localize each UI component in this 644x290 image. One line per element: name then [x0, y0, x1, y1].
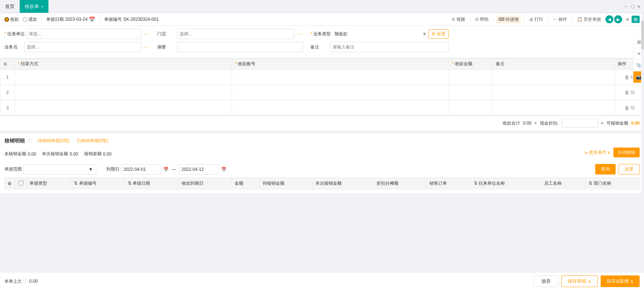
minimize-icon[interactable]: －: [623, 3, 628, 10]
summary-label: 摘要: [157, 44, 176, 50]
tab-home[interactable]: 首页: [0, 0, 20, 13]
row-1-delete-icon[interactable]: 🗑: [624, 74, 629, 80]
row-num-3: 3: [0, 100, 15, 115]
row-1-account[interactable]: [232, 70, 449, 85]
row-2-delete-icon[interactable]: 🗑: [624, 89, 629, 95]
layout-list-icon[interactable]: ≡: [624, 16, 631, 23]
col-settle-header: 结算方式: [15, 59, 232, 70]
date-calendar-icon[interactable]: 📅: [89, 16, 95, 22]
video-icon: ⊙: [452, 17, 455, 22]
partner-input[interactable]: [26, 29, 141, 39]
row-3-copy-icon[interactable]: ⧉: [631, 105, 635, 111]
staff-more-btn[interactable]: ···: [143, 44, 150, 50]
shop-more-btn[interactable]: ···: [296, 31, 303, 37]
sub-gear-icon[interactable]: ⚙: [8, 181, 12, 186]
print-btn[interactable]: 🖨 打印: [527, 16, 545, 23]
refund-radio[interactable]: 退款: [23, 16, 37, 23]
row-1-note[interactable]: [493, 70, 615, 85]
video-btn[interactable]: ⊙ 视频: [449, 16, 467, 23]
layout-grid-icon[interactable]: ⊞: [632, 16, 640, 23]
due-from-input[interactable]: 2022-04-01: [121, 164, 161, 175]
tab-receipt[interactable]: 收款单 ×: [20, 0, 48, 13]
query-btn[interactable]: 查询: [595, 164, 616, 175]
row-3-account[interactable]: [232, 100, 449, 115]
history-label: 历史单据: [584, 16, 601, 23]
row-3-amount[interactable]: [449, 100, 493, 115]
sub-col-current: 本次核销金额: [312, 178, 373, 189]
summary-input[interactable]: [177, 42, 303, 52]
video-label: 视频: [456, 16, 465, 23]
select-all-checkbox[interactable]: [19, 181, 23, 185]
due-to-input[interactable]: 2022-04-12: [179, 164, 219, 175]
doc-no-value: SK-20230324-001: [123, 17, 158, 22]
divider-1: [42, 16, 42, 23]
shop-field: 门店 ···: [157, 29, 303, 39]
available-value: 0.00: [631, 121, 640, 126]
doc-no-label: 单据编号: [104, 16, 122, 23]
chevron-up-icon: ∧: [607, 150, 610, 155]
main-toolbar: 收款 退款 单据日期 2023-03-24 📅 单据编号 SK-20230324…: [0, 13, 644, 26]
row-1-settle[interactable]: [15, 70, 232, 85]
type-value: 预收款: [332, 29, 421, 39]
date-value: 2023-03-24: [65, 17, 87, 22]
divider-2: [99, 16, 100, 23]
row-2-settle[interactable]: [15, 85, 232, 100]
cal-to-icon[interactable]: 📅: [221, 167, 227, 172]
row-3-note[interactable]: [493, 100, 615, 115]
prev-arrow[interactable]: ◀: [605, 15, 613, 23]
range-chevron-icon: ▼: [89, 167, 93, 172]
summary-row: 收款合计 0.00 + 现金折扣: = 可核销金额 0.00: [0, 115, 644, 130]
more-conditions-btn[interactable]: ⊳ 更多条件 ∧: [585, 149, 610, 156]
print-icon: 🖨: [529, 17, 533, 22]
verify-set-btn[interactable]: 设置: [619, 164, 640, 175]
current-value: 0.00: [70, 152, 78, 157]
filter-row: 单据范围 ▼ 到期日 2022-04-01 📅 — 2022-04-12 📅 查…: [4, 164, 640, 175]
row-2-copy-icon[interactable]: ⧉: [631, 89, 635, 95]
note-input[interactable]: [330, 42, 449, 52]
row-2-account[interactable]: [232, 85, 449, 100]
verify-toolbar: ⊳ 更多条件 ∧ 自动核销: [585, 148, 640, 157]
row-3-delete-icon[interactable]: 🗑: [624, 105, 629, 111]
auto-verify-btn[interactable]: 自动核销: [613, 148, 640, 157]
maximize-icon[interactable]: □: [631, 4, 634, 9]
help-btn[interactable]: ⊙ 帮助: [473, 16, 491, 23]
sub-col-date: ⇅ 单据日期: [125, 178, 179, 189]
verify-info-icon[interactable]: ⓘ: [28, 138, 32, 144]
row-2-amount[interactable]: [449, 85, 493, 100]
unrealized-stat: 未核销金额 0.00: [4, 151, 36, 157]
col-amount-header: 收款金额: [449, 59, 493, 70]
history-icon: 📋: [577, 17, 582, 22]
setting-btn[interactable]: ⚙ 设置: [428, 30, 449, 39]
range-select[interactable]: ▼: [23, 164, 96, 175]
receipt-radio[interactable]: 收款: [4, 16, 19, 23]
row-1-amount[interactable]: [449, 70, 493, 85]
window-close-icon[interactable]: ×: [637, 4, 640, 9]
table-gear-icon[interactable]: ⚙: [3, 62, 7, 67]
shop-input[interactable]: [177, 29, 294, 39]
next-arrow[interactable]: ▶: [614, 15, 622, 23]
tab-pending[interactable]: 待核销单据(0笔): [35, 137, 72, 145]
layout-buttons: ≡ ⊞: [624, 16, 640, 23]
summary-field: 摘要: [157, 42, 303, 52]
action-label: 操作: [558, 16, 567, 23]
discount-input[interactable]: [562, 119, 598, 128]
staff-input[interactable]: [24, 42, 141, 52]
tab-close-icon[interactable]: ×: [41, 4, 43, 9]
row-3-settle[interactable]: [15, 100, 232, 115]
cal-from-icon[interactable]: 📅: [163, 167, 169, 172]
form-row-2: 业务员 ··· 摘要 备注: [4, 42, 640, 52]
partner-more-btn[interactable]: ···: [143, 31, 150, 37]
unrealized-value: 0.00: [28, 152, 36, 157]
shortcut-btn[interactable]: ⌨ 快捷键: [496, 16, 521, 23]
range-field: 单据范围 ▼: [4, 164, 96, 175]
history-btn[interactable]: 📋 历史单据: [575, 16, 603, 23]
row-2-note[interactable]: [493, 85, 615, 100]
verify-section: 核销明细 ⓘ 待核销单据(0笔) 已核销单据(0笔) 未核销金额 0.00 本次…: [0, 133, 644, 193]
type-chevron-icon[interactable]: ▼: [422, 31, 427, 37]
tab-done[interactable]: 已核销单据(0笔): [74, 137, 111, 145]
table-section: ⚙ 结算方式 收款账号 收款金额 备注 操作: [0, 58, 644, 130]
scrollbar[interactable]: [641, 13, 644, 193]
tab-bar-controls: － □ ×: [623, 3, 644, 10]
sub-col-gear: ⚙: [5, 178, 16, 189]
action-btn[interactable]: ⋯ 操作: [551, 16, 569, 23]
